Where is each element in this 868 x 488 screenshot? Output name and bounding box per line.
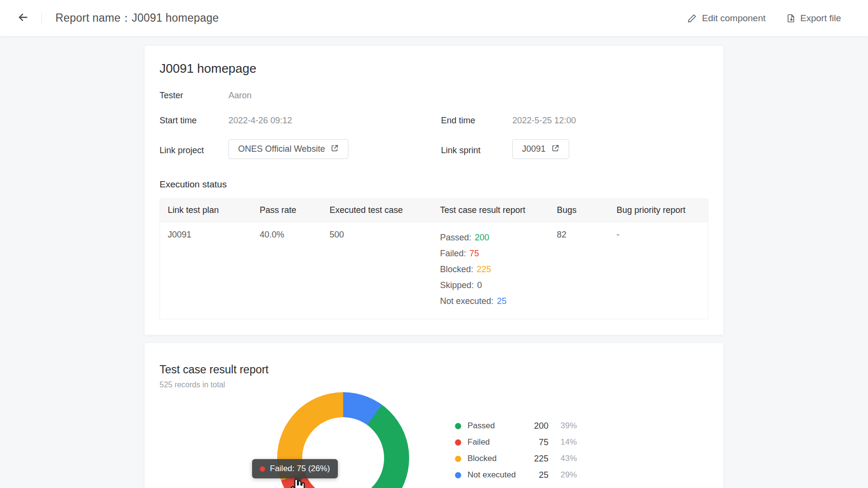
cell-bug-priority: - [609,222,708,319]
legend-item-passed[interactable]: Passed 200 39% [455,418,585,434]
tester-label: Tester [160,91,183,101]
report-detail-card: J0091 homepage Tester Aaron Start time 2… [145,46,723,335]
chart-legend: Passed 200 39% Failed 75 14% Blocked 225… [455,418,585,488]
back-button[interactable] [14,10,32,27]
chart-tooltip: Failed: 75 (26%) [252,459,338,478]
execution-status-heading: Execution status [160,179,708,190]
app-viewport: Report name：J0091 homepage Edit componen… [0,0,868,488]
end-time-label: End time [441,116,475,126]
legend-item-not-executed[interactable]: Not executed 25 29% [455,467,585,483]
cell-link-test-plan[interactable]: J0091 [160,222,252,319]
col-pass-rate: Pass rate [252,199,322,222]
pencil-icon [687,13,697,23]
page-title: Report name：J0091 homepage [55,11,219,26]
result-blocked: Blocked:225 [440,262,541,277]
start-time-label: Start time [160,116,197,126]
table-row: J0091 40.0% 500 Passed:200 Failed:75 Blo… [160,222,708,319]
report-name-heading: J0091 homepage [160,61,708,76]
cell-result-report: Passed:200 Failed:75 Blocked:225 Skipped… [432,222,549,319]
result-failed: Failed:75 [440,246,541,262]
cell-bugs: 82 [549,222,609,319]
link-project-label: Link project [160,145,204,156]
link-sprint-label: Link sprint [441,145,481,156]
tester-row: Tester Aaron [160,91,708,116]
result-passed: Passed:200 [440,230,541,246]
chart-subtitle: 525 records in total [160,381,708,389]
result-report-card: Test case result report 525 records in t… [145,343,723,488]
export-file-label: Export file [801,13,841,24]
divider [41,12,42,25]
table-header-row: Link test plan Pass rate Executed test c… [160,199,708,222]
time-row: Start time 2022-4-26 09:12 End time 2022… [160,116,708,141]
execution-status-table: Link test plan Pass rate Executed test c… [160,198,708,319]
start-time-value: 2022-4-26 09:12 [228,116,292,126]
legend-item-blocked[interactable]: Blocked 225 43% [455,450,585,467]
link-sprint-button-label: J0091 [522,144,546,154]
chart-title: Test case result report [160,363,708,376]
tooltip-text: Failed: 75 (26%) [270,464,330,474]
legend-item-failed[interactable]: Failed 75 14% [455,434,585,450]
tooltip-failed-dot [260,466,265,472]
external-link-icon [331,144,339,155]
cell-executed: 500 [322,222,432,319]
result-skipped: Skipped:0 [440,277,541,293]
link-row: Link project ONES Official Website Link … [160,141,708,169]
col-link-test-plan: Link test plan [160,199,252,222]
failed-dot-icon [455,439,461,446]
link-project-button[interactable]: ONES Official Website [228,139,348,159]
end-time-value: 2022-5-25 12:00 [512,116,576,126]
file-export-icon [786,13,796,23]
link-sprint-button[interactable]: J0091 [512,139,569,159]
edit-component-button[interactable]: Edit component [687,13,765,24]
blocked-dot-icon [455,456,461,462]
top-bar: Report name：J0091 homepage Edit componen… [0,0,868,36]
cell-pass-rate: 40.0% [252,222,322,319]
tester-value: Aaron [228,91,252,101]
result-not-executed: Not executed:25 [440,293,541,309]
legend-item-skipped[interactable]: Skipped 0 5% [455,483,585,488]
col-executed-test-case: Executed test case [322,199,432,222]
not-executed-dot-icon [455,472,461,478]
passed-dot-icon [455,423,461,429]
hand-cursor-icon [287,476,307,488]
export-file-button[interactable]: Export file [786,13,841,24]
edit-component-label: Edit component [702,13,765,24]
col-test-case-result-report: Test case result report [432,199,549,222]
link-project-button-label: ONES Official Website [238,144,325,154]
col-bug-priority-report: Bug priority report [609,199,708,222]
arrow-left-icon [17,11,29,26]
topbar-actions: Edit component Export file [687,13,841,24]
col-bugs: Bugs [549,199,609,222]
external-link-icon [551,144,560,155]
